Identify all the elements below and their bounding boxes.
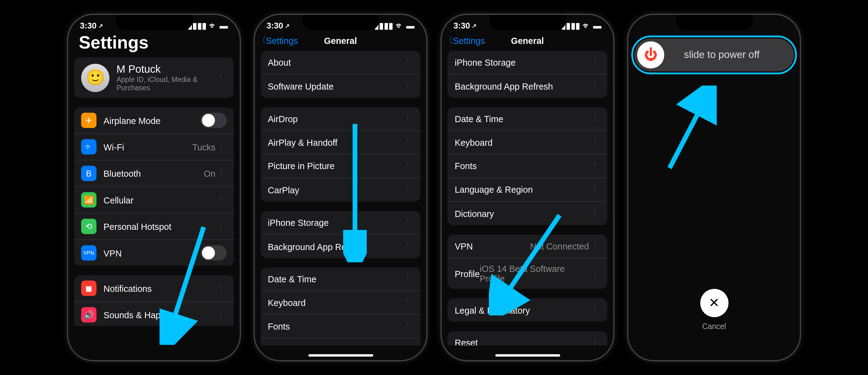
back-button[interactable]: 〈 Settings xyxy=(444,35,485,46)
row-picture-in-picture[interactable]: Picture in Picture〉 xyxy=(261,154,421,178)
chevron-icon: 〉 xyxy=(406,57,413,68)
row-background-app-refresh[interactable]: Background App Refresh〉 xyxy=(447,74,607,98)
airplane-mode-icon: ✈ xyxy=(81,113,96,128)
row-iphone-storage[interactable]: iPhone Storage〉 xyxy=(447,51,607,74)
row-reset[interactable]: Reset〉 xyxy=(447,331,607,345)
profile-sub: Apple ID, iCloud, Media & Purchases xyxy=(116,75,219,92)
settings-row-wi-fi[interactable]: ᯤWi-FiTucks〉 xyxy=(74,134,234,160)
cancel-button[interactable]: ✕ xyxy=(700,289,728,317)
chevron-left-icon: 〈 xyxy=(257,35,266,46)
wifi-icon: ᯤ xyxy=(396,21,404,30)
row-label: iPhone Storage xyxy=(268,218,406,228)
chevron-icon: 〉 xyxy=(592,137,600,148)
settings-row-vpn[interactable]: VPNVPN xyxy=(74,240,234,266)
row-fonts[interactable]: Fonts〉 xyxy=(447,154,607,178)
profile-row[interactable]: 🙂 M Potuck Apple ID, iCloud, Media & Pur… xyxy=(74,57,234,98)
row-label: Fonts xyxy=(268,321,406,332)
nav-title: General xyxy=(511,36,544,46)
battery-icon: ▬ xyxy=(593,21,601,30)
chevron-icon: 〉 xyxy=(219,142,226,152)
home-indicator[interactable] xyxy=(308,354,373,356)
row-label: Picture in Picture xyxy=(268,161,406,171)
chevron-icon: 〉 xyxy=(592,161,600,171)
row-label: Date & Time xyxy=(455,114,592,124)
settings-row-bluetooth[interactable]: BBluetoothOn〉 xyxy=(74,160,234,187)
back-button[interactable]: 〈 Settings xyxy=(257,35,298,46)
power-knob[interactable]: ⏻ xyxy=(637,41,664,68)
row-label: Profile xyxy=(455,269,480,279)
phone-power-off: ⏻ slide to power off ✕ Cancel xyxy=(627,14,801,362)
row-label: Fonts xyxy=(455,161,592,171)
profile-name: M Potuck xyxy=(116,63,219,75)
row-label: Legal & Regulatory xyxy=(455,305,592,315)
chevron-icon: 〉 xyxy=(592,241,600,252)
row-fonts[interactable]: Fonts〉 xyxy=(261,315,421,339)
row-iphone-storage[interactable]: iPhone Storage〉 xyxy=(261,211,421,235)
row-label: Reset xyxy=(455,338,592,346)
back-label: Settings xyxy=(266,36,298,46)
chevron-icon: 〉 xyxy=(406,81,413,91)
cancel-label: Cancel xyxy=(700,322,728,331)
notch xyxy=(302,15,379,30)
row-keyboard[interactable]: Keyboard〉 xyxy=(261,291,421,315)
bluetooth-icon: B xyxy=(81,166,96,181)
chevron-icon: 〉 xyxy=(592,81,600,91)
phone-general-top: 3:30 ↗ ▮▮▮▮ ᯤ ▬ 〈 Settings General About… xyxy=(253,14,427,362)
row-airplay-handoff[interactable]: AirPlay & Handoff〉 xyxy=(261,131,421,155)
location-icon: ↗ xyxy=(98,22,103,29)
row-label: Keyboard xyxy=(455,137,592,148)
row-software-update[interactable]: Software Update〉 xyxy=(261,74,421,98)
row-language-region[interactable]: Language & Region〉 xyxy=(447,178,607,201)
notch xyxy=(676,15,753,30)
chevron-icon: 〉 xyxy=(592,184,600,195)
row-label: Background App Refresh xyxy=(268,242,406,252)
chevron-left-icon: 〈 xyxy=(444,35,453,46)
chevron-icon: 〉 xyxy=(592,305,600,315)
row-language-region[interactable]: Language & Region〉 xyxy=(261,339,421,346)
chevron-icon: 〉 xyxy=(592,114,600,124)
page-title: Settings xyxy=(74,31,234,57)
row-legal-regulatory[interactable]: Legal & Regulatory〉 xyxy=(447,298,607,322)
chevron-icon: 〉 xyxy=(406,114,413,124)
wifi-icon: ᯤ xyxy=(209,21,217,30)
chevron-icon: 〉 xyxy=(219,194,226,205)
settings-row-sounds-haptics[interactable]: 🔊Sounds & Haptics〉 xyxy=(74,302,234,326)
toggle-switch[interactable] xyxy=(201,113,226,128)
row-date-time[interactable]: Date & Time〉 xyxy=(261,268,421,291)
settings-row-notifications[interactable]: ◼Notifications〉 xyxy=(74,275,234,302)
row-label: Personal Hotspot xyxy=(103,221,219,231)
row-label: VPN xyxy=(103,248,201,258)
wifi-icon: ᯤ xyxy=(583,21,591,30)
toggle-switch[interactable] xyxy=(201,245,226,260)
row-label: Dictionary xyxy=(455,208,592,218)
row-label: iPhone Storage xyxy=(455,57,592,67)
cellular-icon: 📶 xyxy=(81,192,96,208)
chevron-icon: 〉 xyxy=(406,241,413,252)
row-label: Sounds & Haptics xyxy=(103,310,219,320)
chevron-icon: 〉 xyxy=(219,72,226,83)
settings-row-personal-hotspot[interactable]: ⟲Personal Hotspot〉 xyxy=(74,213,234,240)
row-airdrop[interactable]: AirDrop〉 xyxy=(261,107,421,131)
row-keyboard[interactable]: Keyboard〉 xyxy=(447,131,607,155)
chevron-icon: 〉 xyxy=(406,217,413,228)
row-label: Software Update xyxy=(268,81,406,91)
row-vpn[interactable]: VPNNot Connected〉 xyxy=(447,235,607,258)
row-background-app-refresh[interactable]: Background App Refresh〉 xyxy=(261,235,421,258)
power-off-slider[interactable]: ⏻ slide to power off xyxy=(634,38,794,71)
row-label: Date & Time xyxy=(268,274,406,284)
settings-row-cellular[interactable]: 📶Cellular〉 xyxy=(74,187,234,213)
row-dictionary[interactable]: Dictionary〉 xyxy=(447,201,607,225)
home-indicator[interactable] xyxy=(495,354,560,356)
row-label: Keyboard xyxy=(268,298,406,308)
row-date-time[interactable]: Date & Time〉 xyxy=(447,107,607,131)
row-carplay[interactable]: CarPlay〉 xyxy=(261,178,421,201)
chevron-icon: 〉 xyxy=(219,168,226,179)
avatar: 🙂 xyxy=(81,64,109,92)
row-about[interactable]: About〉 xyxy=(261,51,421,74)
settings-row-airplane-mode[interactable]: ✈Airplane Mode xyxy=(74,107,234,134)
chevron-icon: 〉 xyxy=(592,268,600,279)
personal-hotspot-icon: ⟲ xyxy=(81,219,96,234)
row-label: Wi-Fi xyxy=(103,142,192,152)
row-profile[interactable]: ProfileiOS 14 Beta Software Profile〉 xyxy=(447,258,607,289)
battery-icon: ▬ xyxy=(219,21,228,30)
